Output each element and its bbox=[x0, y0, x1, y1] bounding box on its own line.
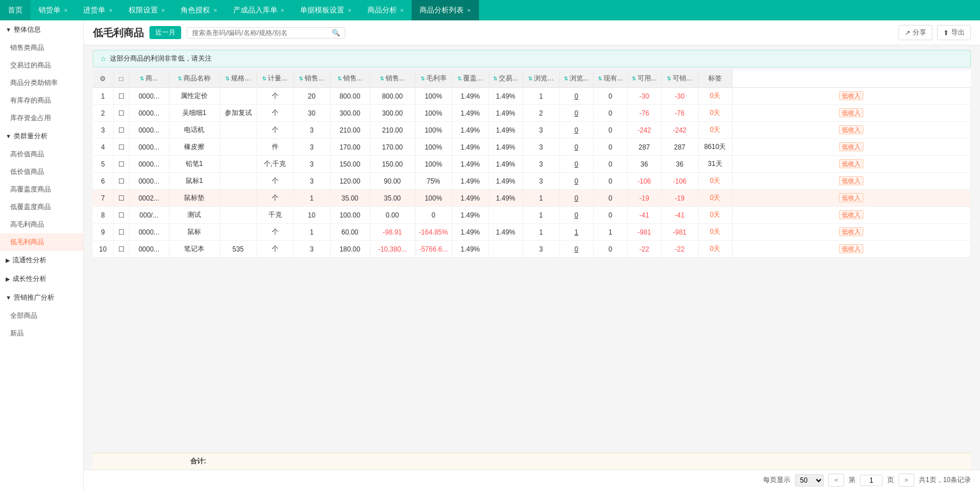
col-header-16[interactable]: ⇅可销... bbox=[661, 70, 698, 88]
row-checkbox[interactable]: ☐ bbox=[113, 190, 129, 207]
sort-icon: ⇅ bbox=[493, 76, 498, 82]
col-header-8[interactable]: ⇅销售... bbox=[370, 70, 415, 88]
sidebar-section-整体信息[interactable]: ▼整体信息 bbox=[0, 20, 83, 39]
sidebar-item-有库存的商品[interactable]: 有库存的商品 bbox=[0, 92, 83, 109]
browse-link[interactable]: 0 bbox=[575, 211, 579, 219]
browse-link[interactable]: 0 bbox=[575, 109, 579, 117]
product-tag: 低收入 bbox=[732, 156, 971, 173]
row-checkbox[interactable]: ☐ bbox=[113, 105, 129, 122]
next-page-button[interactable]: ＞ bbox=[898, 474, 914, 487]
row-checkbox[interactable]: ☐ bbox=[113, 88, 129, 105]
table-row: 4☐0000...橡皮擦件3170.00170.00100%1.49%1.49%… bbox=[93, 139, 971, 156]
product-unit: 件 bbox=[256, 139, 293, 156]
nav-item-权限设置[interactable]: 权限设置× bbox=[121, 0, 173, 20]
sidebar-item-低覆盖度商品[interactable]: 低覆盖度商品 bbox=[0, 198, 83, 216]
col-header-4[interactable]: ⇅规格... bbox=[220, 70, 256, 88]
per-page-select[interactable]: 50 20 100 bbox=[795, 474, 824, 487]
col-header-12[interactable]: ⇅浏览... bbox=[523, 70, 559, 88]
product-name: 铅笔1 bbox=[169, 156, 220, 173]
col-header-6[interactable]: ⇅销售... bbox=[293, 70, 330, 88]
col-header-11[interactable]: ⇅交易... bbox=[489, 70, 523, 88]
browse-link[interactable]: 0 bbox=[575, 245, 579, 253]
close-icon[interactable]: × bbox=[64, 7, 67, 14]
row-checkbox[interactable]: ☐ bbox=[113, 241, 129, 258]
pagination-bar: 每页显示 50 20 100 ＜ 第 页 ＞ 共1页，10条记录 bbox=[84, 470, 980, 490]
sidebar-item-库存资金占用[interactable]: 库存资金占用 bbox=[0, 109, 83, 127]
close-icon[interactable]: × bbox=[467, 7, 470, 14]
table-container[interactable]: ⚙□⇅商...⇅商品名称⇅规格...⇅计量...⇅销售...⇅销售...⇅销售.… bbox=[84, 70, 980, 453]
col-header-15[interactable]: ⇅可用... bbox=[627, 70, 661, 88]
product-sale-percent: 100% bbox=[415, 105, 452, 122]
sidebar-item-高毛利商品[interactable]: 高毛利商品 bbox=[0, 216, 83, 233]
sidebar-item-交易过的商品[interactable]: 交易过的商品 bbox=[0, 57, 83, 74]
export-button[interactable]: ⬆ 导出 bbox=[937, 25, 971, 40]
sidebar-section-营销推广分析[interactable]: ▼营销推广分析 bbox=[0, 288, 83, 307]
search-input[interactable] bbox=[192, 29, 332, 37]
col-header-13[interactable]: ⇅浏览... bbox=[559, 70, 593, 88]
close-icon[interactable]: × bbox=[213, 7, 217, 14]
close-icon[interactable]: × bbox=[400, 7, 404, 14]
sidebar-section-类群量分析[interactable]: ▼类群量分析 bbox=[0, 127, 83, 146]
row-checkbox[interactable]: ☐ bbox=[113, 139, 129, 156]
sidebar-section-流通性分析[interactable]: ▶流通性分析 bbox=[0, 251, 83, 270]
col-header-14[interactable]: ⇅现有... bbox=[593, 70, 627, 88]
sidebar-item-销售类商品[interactable]: 销售类商品 bbox=[0, 39, 83, 57]
row-number: 6 bbox=[93, 173, 113, 190]
nav-item-首页[interactable]: 首页 bbox=[0, 0, 31, 20]
coverage: 1.49% bbox=[489, 156, 523, 173]
sidebar-item-高价值商品[interactable]: 高价值商品 bbox=[0, 146, 83, 163]
close-icon[interactable]: × bbox=[161, 7, 165, 14]
sidebar-item-全部商品[interactable]: 全部商品 bbox=[0, 307, 83, 325]
product-code: 0000... bbox=[129, 241, 169, 258]
browse-link[interactable]: 0 bbox=[575, 143, 579, 151]
row-checkbox[interactable]: ☐ bbox=[113, 224, 129, 241]
product-sales: 35.00 bbox=[370, 190, 415, 207]
sidebar-item-高覆盖度商品[interactable]: 高覆盖度商品 bbox=[0, 181, 83, 198]
col-header-7[interactable]: ⇅销售... bbox=[330, 70, 370, 88]
sidebar-item-低价值商品[interactable]: 低价值商品 bbox=[0, 163, 83, 181]
nav-item-角色授权[interactable]: 角色授权× bbox=[173, 0, 225, 20]
row-checkbox[interactable]: ☐ bbox=[113, 173, 129, 190]
col-header-10[interactable]: ⇅覆盖... bbox=[452, 70, 489, 88]
product-qty: 30 bbox=[293, 105, 330, 122]
sidebar-item-低毛利商品[interactable]: 低毛利商品 bbox=[0, 233, 83, 251]
nav-item-进货单[interactable]: 进货单× bbox=[75, 0, 120, 20]
row-checkbox[interactable]: ☐ bbox=[113, 207, 129, 224]
sidebar-item-新品[interactable]: 新品 bbox=[0, 325, 83, 342]
product-tag: 低收入 bbox=[732, 139, 971, 156]
close-icon[interactable]: × bbox=[348, 7, 351, 14]
tag-badge: 低收入 bbox=[839, 108, 863, 117]
col-header-9[interactable]: ⇅毛利率 bbox=[415, 70, 452, 88]
sidebar-section-成长性分析[interactable]: ▶成长性分析 bbox=[0, 270, 83, 288]
nav-item-单据模板设置[interactable]: 单据模板设置× bbox=[292, 0, 359, 20]
close-icon[interactable]: × bbox=[281, 7, 284, 14]
row-checkbox[interactable]: ☐ bbox=[113, 156, 129, 173]
col-header-3[interactable]: ⇅商品名称 bbox=[169, 70, 220, 88]
nav-item-销货单[interactable]: 销货单× bbox=[31, 0, 75, 20]
nav-item-商品分析[interactable]: 商品分析× bbox=[360, 0, 412, 20]
share-button[interactable]: ↗ 分享 bbox=[898, 25, 932, 40]
page-input[interactable] bbox=[860, 475, 883, 486]
tag-badge: 低收入 bbox=[839, 125, 863, 134]
col-header-5[interactable]: ⇅计量... bbox=[256, 70, 293, 88]
col-header-17: 标签 bbox=[698, 70, 732, 88]
browse-link[interactable]: 0 bbox=[575, 126, 579, 134]
browse-link[interactable]: 0 bbox=[575, 194, 579, 202]
nav-item-产成品入库单[interactable]: 产成品入库单× bbox=[225, 0, 292, 20]
sidebar-item-商品分类助销率[interactable]: 商品分类助销率 bbox=[0, 74, 83, 92]
browse-link[interactable]: 1 bbox=[575, 228, 579, 236]
prev-page-button[interactable]: ＜ bbox=[828, 474, 844, 487]
stock: -981 bbox=[627, 224, 661, 241]
col-header-2[interactable]: ⇅商... bbox=[129, 70, 169, 88]
browse-link[interactable]: 0 bbox=[575, 177, 579, 185]
product-code: 0000... bbox=[129, 122, 169, 139]
nav-item-商品分析列表[interactable]: 商品分析列表× bbox=[412, 0, 478, 20]
browse-link[interactable]: 0 bbox=[575, 160, 579, 168]
close-icon[interactable]: × bbox=[109, 7, 112, 14]
time-filter-button[interactable]: 近一月 bbox=[149, 26, 181, 39]
product-name: 笔记本 bbox=[169, 241, 220, 258]
search-icon[interactable]: 🔍 bbox=[332, 29, 340, 37]
product-name: 鼠标1 bbox=[169, 173, 220, 190]
browse-link[interactable]: 0 bbox=[575, 92, 579, 100]
row-checkbox[interactable]: ☐ bbox=[113, 122, 129, 139]
